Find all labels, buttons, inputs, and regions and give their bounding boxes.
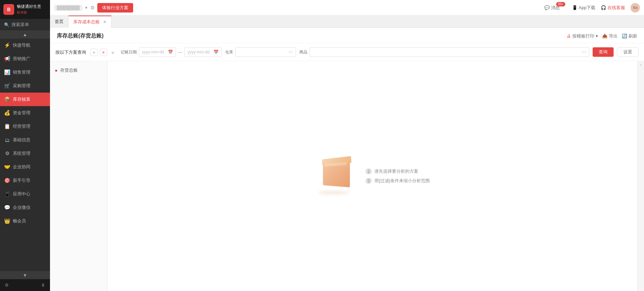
sidebar-toggle-icon[interactable]: ⏸ <box>41 283 45 288</box>
tab-inventory-ledger[interactable]: 库存成本总账 ✕ <box>69 16 112 28</box>
phone-icon: 📱 <box>572 5 577 10</box>
page-header-actions: 🖨 按模板打印 ▾ 📤 导出 🔄 刷新 <box>567 33 637 39</box>
online-label: 在线客服 <box>608 5 625 11</box>
sales-icon: 📊 <box>4 69 10 75</box>
marketing-icon: 📢 <box>4 56 10 62</box>
sidebar-item-label: 采购管理 <box>13 83 30 89</box>
sidebar-item-label: 新手引导 <box>13 177 30 184</box>
sidebar-item-collab[interactable]: 🤝 企业协同 <box>0 160 50 174</box>
refresh-icon: 🔄 <box>622 33 627 39</box>
date-start-placeholder: yyyy-mm-dd <box>142 50 164 54</box>
sidebar-item-system[interactable]: ⚙ 系统管理 <box>0 147 50 160</box>
sidebar-scroll-up[interactable]: ▲ <box>0 30 50 39</box>
filter-add-btn[interactable]: + <box>90 49 98 56</box>
export-label: 导出 <box>609 33 618 39</box>
sidebar-item-appstore[interactable]: 📱 应用中心 <box>0 187 50 201</box>
sidebar-item-inventory[interactable]: 📦 库存核算 <box>0 93 50 106</box>
appstore-icon: 📱 <box>4 191 10 197</box>
sidebar-item-finance[interactable]: 💰 资金管理 <box>0 106 50 120</box>
hint-num-1: 1 <box>366 168 372 174</box>
calendar-end-icon: 📅 <box>214 50 219 54</box>
sidebar-item-purchase[interactable]: 🛒 采购管理 <box>0 79 50 93</box>
industry-btn[interactable]: 体验行业方案 <box>97 3 133 13</box>
warehouse-filter-group: 仓库 ··· <box>225 47 296 57</box>
sidebar-item-sales[interactable]: 📊 销售管理 <box>0 66 50 79</box>
empty-box-icon <box>323 161 350 187</box>
date-filter-group: 记账日期 yyyy-mm-dd 📅 — yyyy-mm-dd 📅 <box>121 47 222 57</box>
date-end-input[interactable]: yyyy-mm-dd 📅 <box>184 47 222 57</box>
filter-arrow-btn[interactable]: « <box>109 49 117 56</box>
logo-icon: B <box>3 4 14 15</box>
collab-icon: 🤝 <box>4 164 10 170</box>
tab-close-icon[interactable]: ✕ <box>103 20 106 24</box>
sidebar-logo: B 畅捷通好生意 标准版 <box>0 0 50 19</box>
topbar-gear-icon[interactable]: ⚙ <box>90 5 95 11</box>
quicknav-icon: ⚡ <box>4 42 10 48</box>
print-dropdown-icon: ▾ <box>596 33 598 39</box>
page-title: 库存总账(存货总账) <box>57 32 104 40</box>
headset-icon: 🎧 <box>601 5 606 10</box>
page-content: 库存总账(存货总账) 🖨 按模板打印 ▾ 📤 导出 🔄 刷新 按以下方案查 <box>50 28 644 291</box>
empty-shadow <box>318 191 349 195</box>
export-btn[interactable]: 📤 导出 <box>602 33 618 39</box>
guide-icon: 🎯 <box>4 177 10 184</box>
print-icon: 🖨 <box>567 33 571 39</box>
query-btn[interactable]: 查询 <box>593 47 614 57</box>
empty-hints: 1 请先选择要分析的方案 2 用[过滤]条件来缩小分析范围 <box>366 168 429 184</box>
sidebar-item-label: 应用中心 <box>13 191 30 197</box>
search-icon: 🔍 <box>4 22 9 27</box>
finance-icon: 💰 <box>4 110 10 116</box>
topbar: ████████ ▾ ⚙ 体验行业方案 💬 消息 99+ 📱 App下载 🎧 在… <box>50 0 644 16</box>
settings-gear-icon[interactable]: ⚙ <box>5 283 9 288</box>
refresh-label: 刷新 <box>628 33 637 39</box>
weixin-icon: 💬 <box>4 204 10 211</box>
main-area: ████████ ▾ ⚙ 体验行业方案 💬 消息 99+ 📱 App下载 🎧 在… <box>50 0 644 291</box>
tab-home[interactable]: 首页 <box>50 16 69 28</box>
app-badge: 标准版 <box>17 10 41 15</box>
user-avatar[interactable]: Rit <box>630 3 640 13</box>
sidebar-item-operations[interactable]: 📋 经营管理 <box>0 120 50 133</box>
empty-state: 1 请先选择要分析的方案 2 用[过滤]条件来缩小分析范围 <box>107 61 637 291</box>
dropdown-arrow-icon[interactable]: ▾ <box>85 5 88 10</box>
warehouse-select[interactable]: ··· <box>235 47 296 57</box>
sidebar-item-label: 经营管理 <box>13 123 30 129</box>
sidebar-item-label: 企业协同 <box>13 164 30 170</box>
tab-home-label: 首页 <box>55 19 64 25</box>
empty-hint-2: 2 用[过滤]条件来缩小分析范围 <box>366 178 429 184</box>
sidebar-item-guide[interactable]: 🎯 新手引导 <box>0 174 50 187</box>
calendar-start-icon: 📅 <box>168 50 173 54</box>
print-label: 按模板打印 <box>572 33 594 39</box>
date-start-input[interactable]: yyyy-mm-dd 📅 <box>139 47 176 57</box>
filter-collapse-btn[interactable]: × <box>100 49 107 56</box>
logo-text-block: 畅捷通好生意 标准版 <box>17 4 41 15</box>
message-badge: 99+ <box>556 2 565 6</box>
purchase-icon: 🛒 <box>4 83 10 89</box>
sidebar-search[interactable]: 🔍 搜索菜单 <box>0 19 50 30</box>
warehouse-more-icon[interactable]: ··· <box>289 49 293 55</box>
right-panel-arrow-icon[interactable]: › <box>640 63 642 67</box>
sidebar-item-weixin[interactable]: 💬 企业微信 <box>0 201 50 214</box>
settings-btn[interactable]: 设置 <box>617 47 639 57</box>
empty-hint-1: 1 请先选择要分析的方案 <box>366 168 429 174</box>
product-filter-group: 商品 ··· <box>299 47 589 57</box>
refresh-btn[interactable]: 🔄 刷新 <box>622 33 637 39</box>
search-label: 搜索菜单 <box>11 22 29 28</box>
app-download-btn[interactable]: 📱 App下载 <box>572 5 595 11</box>
sidebar-scroll-down[interactable]: ▼ <box>0 271 50 279</box>
empty-illustration <box>315 156 355 196</box>
online-service-btn[interactable]: 🎧 在线客服 <box>601 5 625 11</box>
avatar-text: Rit <box>633 6 637 10</box>
tabbar: 首页 库存成本总账 ✕ <box>50 16 644 28</box>
sidebar-item-member[interactable]: 👑 畅会员 <box>0 214 50 228</box>
sidebar-item-quicknav[interactable]: ⚡ 快捷导航 <box>0 39 50 52</box>
sidebar-item-basic-info[interactable]: 🗂 基础信息 <box>0 133 50 147</box>
print-template-btn[interactable]: 🖨 按模板打印 ▾ <box>567 33 598 39</box>
sidebar-item-marketing[interactable]: 📢 营销推广 <box>0 52 50 66</box>
breadcrumb-text: ████████ <box>57 5 80 10</box>
warehouse-label: 仓库 <box>225 49 233 55</box>
product-more-icon[interactable]: ··· <box>582 49 586 55</box>
date-label: 记账日期 <box>121 49 137 55</box>
message-btn[interactable]: 💬 消息 99+ <box>544 5 560 11</box>
product-select[interactable]: ··· <box>309 47 589 57</box>
sidebar-item-label: 营销推广 <box>13 56 30 62</box>
